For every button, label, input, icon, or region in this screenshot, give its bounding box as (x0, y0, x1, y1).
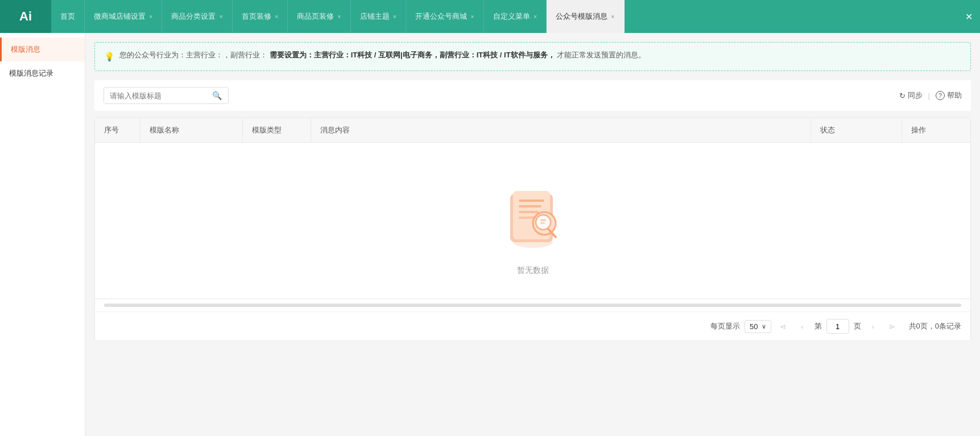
sidebar-item-template-msg[interactable]: 模版消息 (0, 38, 85, 61)
search-area: 🔍 ↻ 同步 | ? 帮助 (94, 80, 971, 111)
top-nav: Ai 首页微商城店铺设置 ×商品分类设置 ×首页装修 ×商品页装修 ×店铺主题 … (0, 0, 980, 33)
scrollbar-track[interactable] (104, 304, 961, 307)
nav-tab-store-theme[interactable]: 店铺主题 × (351, 0, 406, 33)
col-content: 消息内容 (311, 118, 811, 142)
help-button[interactable]: ? 帮助 (936, 90, 962, 101)
sidebar-item-template-msg-record[interactable]: 模版消息记录 (0, 61, 85, 85)
notice-suffix: 才能正常发送预置的消息。 (557, 51, 646, 59)
next-page-button[interactable]: › (866, 319, 880, 334)
col-status: 状态 (811, 118, 902, 142)
sync-icon: ↻ (899, 92, 905, 100)
nav-tab-homepage-decor[interactable]: 首页装修 × (233, 0, 288, 33)
close-tab-icon[interactable]: × (470, 13, 474, 20)
search-left: 🔍 (104, 87, 229, 104)
close-tab-icon[interactable]: × (275, 13, 278, 20)
total-label: 共0页，0条记录 (909, 321, 961, 331)
prev-page-button[interactable]: ‹ (795, 319, 810, 334)
nav-tabs: 首页微商城店铺设置 ×商品分类设置 ×首页装修 ×商品页装修 ×店铺主题 ×开通… (51, 0, 957, 33)
close-tab-icon[interactable]: × (219, 13, 222, 20)
empty-text: 暂无数据 (517, 265, 549, 276)
close-tab-icon[interactable]: × (393, 13, 396, 20)
col-name: 模版名称 (140, 118, 243, 142)
sync-button[interactable]: ↻ 同步 (899, 90, 923, 101)
nav-tab-product-category[interactable]: 商品分类设置 × (162, 0, 232, 33)
notice-prefix: 您的公众号行业为：主营行业：，副营行业： (119, 51, 267, 59)
main-layout: 模版消息 模版消息记录 💡 您的公众号行业为：主营行业：，副营行业： 需要设置为… (0, 33, 980, 436)
svg-rect-4 (519, 205, 541, 207)
svg-rect-5 (519, 211, 539, 213)
close-tab-icon[interactable]: × (337, 13, 341, 20)
notice-box: 💡 您的公众号行业为：主营行业：，副营行业： 需要设置为：主营行业：IT科技 /… (94, 42, 971, 71)
page-size-label: 每页显示 (710, 321, 740, 331)
search-button[interactable]: 🔍 (206, 88, 228, 103)
page-label-ye: 页 (854, 321, 861, 331)
nav-tab-open-mall[interactable]: 开通公众号商城 × (406, 0, 483, 33)
notice-icon: 💡 (104, 50, 115, 64)
help-label: 帮助 (947, 90, 962, 101)
col-type: 模版类型 (243, 118, 311, 142)
scrollbar-wrap (95, 298, 970, 312)
notice-highlight: 需要设置为：主营行业：IT科技 / 互联网|电子商务，副营行业：IT科技 / I… (270, 51, 555, 59)
col-action: 操作 (902, 118, 970, 142)
sync-label: 同步 (908, 90, 923, 101)
close-tab-icon[interactable]: × (534, 13, 537, 20)
last-page-button[interactable]: ⊳ (885, 319, 900, 334)
chevron-down-icon: ∨ (762, 323, 766, 330)
nav-tab-product-page-decor[interactable]: 商品页装修 × (288, 0, 350, 33)
svg-rect-11 (540, 222, 545, 224)
nav-tab-custom-menu[interactable]: 自定义菜单 × (484, 0, 547, 33)
sidebar: 模版消息 模版消息记录 (0, 33, 85, 436)
close-all-button[interactable]: ✕ (957, 0, 980, 33)
close-tab-icon[interactable]: × (149, 13, 152, 20)
pagination: 每页显示 50 ∨ ⊲ ‹ 第 页 › ⊳ 共0页，0条记录 (95, 312, 970, 341)
close-tab-icon[interactable]: × (611, 13, 614, 20)
nav-tab-template-msg[interactable]: 公众号模版消息 × (547, 0, 624, 33)
data-table: 序号 模版名称 模版类型 消息内容 状态 操作 (94, 118, 971, 341)
empty-illustration (493, 177, 573, 256)
content-area: 💡 您的公众号行业为：主营行业：，副营行业： 需要设置为：主营行业：IT科技 /… (85, 33, 980, 436)
app-logo: Ai (0, 0, 51, 33)
svg-rect-3 (519, 200, 544, 202)
help-icon: ? (936, 91, 945, 100)
table-header: 序号 模版名称 模版类型 消息内容 状态 操作 (95, 118, 970, 143)
search-input-wrap: 🔍 (104, 87, 229, 104)
svg-rect-10 (540, 219, 546, 221)
divider: | (928, 92, 930, 100)
page-size-select[interactable]: 50 ∨ (745, 320, 771, 333)
first-page-button[interactable]: ⊲ (776, 319, 791, 334)
nav-tab-micro-store[interactable]: 微商城店铺设置 × (85, 0, 162, 33)
empty-state: 暂无数据 (95, 143, 970, 298)
page-label-di: 第 (814, 321, 822, 331)
col-seq: 序号 (95, 118, 140, 142)
nav-tab-home[interactable]: 首页 (51, 0, 85, 33)
search-input[interactable] (104, 88, 206, 103)
page-size-value: 50 (750, 322, 758, 331)
page-number-input[interactable] (826, 319, 849, 334)
search-right: ↻ 同步 | ? 帮助 (899, 90, 962, 101)
